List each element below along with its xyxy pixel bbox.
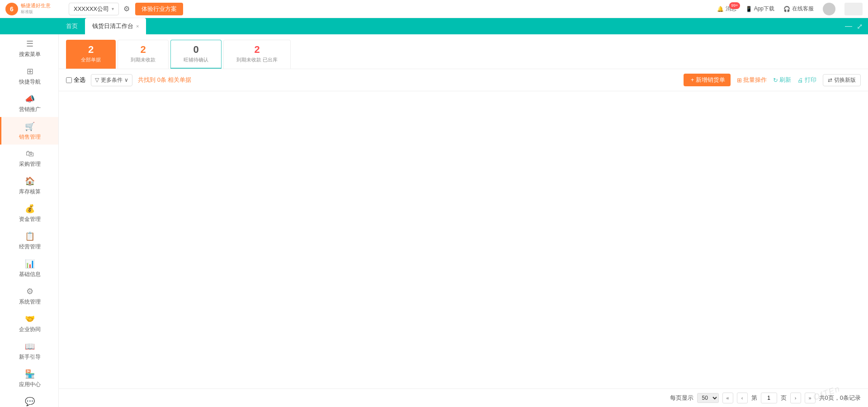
- wechat-icon: 💬: [25, 397, 35, 407]
- per-page-select[interactable]: 50: [697, 393, 719, 403]
- sidebar-item-operations[interactable]: 📋 经营管理: [0, 227, 58, 254]
- minimize-icon[interactable]: —: [845, 22, 852, 30]
- stats-tab-wangfu[interactable]: 0 旺辅待确认: [170, 40, 222, 69]
- stats-all-label: 全部单据: [81, 56, 101, 63]
- filter-button[interactable]: ▽ 更多条件 ∨: [91, 74, 132, 86]
- header-right: 🔔 消息 99+ 📱 App下载 🎧 在线客服: [717, 3, 863, 15]
- maximize-icon[interactable]: ⤢: [857, 22, 863, 31]
- tab-money-daily[interactable]: 钱货日清工作台 ×: [85, 18, 146, 34]
- select-all-checkbox[interactable]: 全选: [66, 76, 85, 84]
- sidebar-item-collab[interactable]: 🤝 企业协同: [0, 309, 58, 337]
- found-suffix: 相关单据: [168, 76, 191, 83]
- refresh-icon: ↻: [773, 77, 778, 84]
- sidebar-label-inventory: 库存核算: [19, 188, 41, 196]
- headset-icon: 🎧: [783, 6, 790, 12]
- user-name[interactable]: [844, 3, 863, 15]
- sidebar-item-system[interactable]: ⚙ 系统管理: [0, 282, 58, 309]
- logo-text: 畅捷通好生意 标准版: [21, 3, 51, 14]
- select-all-input[interactable]: [66, 77, 72, 83]
- company-name: XXXXXX公司: [74, 5, 109, 13]
- sidebar-label-finance: 资金管理: [19, 215, 41, 223]
- basics-icon: 📊: [25, 259, 35, 269]
- print-icon: 🖨: [797, 77, 803, 84]
- page-number-input[interactable]: [761, 393, 777, 403]
- sidebar-item-sales[interactable]: 🛒 销售管理: [0, 117, 58, 145]
- stats-tabs: 2 全部单据 2 到期未收款 0 旺辅待确认 2 到期未收款 已出库: [59, 34, 868, 69]
- filter-label: 更多条件: [101, 76, 123, 84]
- tab-window-actions: — ⤢: [845, 22, 868, 31]
- print-button[interactable]: 🖨 打印: [797, 76, 816, 84]
- app-download-button[interactable]: 📱 App下载: [745, 5, 774, 13]
- guide-icon: 📖: [25, 342, 35, 351]
- sidebar-label-basics: 基础信息: [19, 271, 41, 278]
- stats-tab-overdue-shipped[interactable]: 2 到期未收款 已出库: [223, 40, 291, 69]
- print-label: 打印: [805, 76, 816, 84]
- sidebar-item-wechat[interactable]: 💬 企业微信: [0, 392, 58, 407]
- logo-icon: 6: [5, 3, 18, 15]
- online-service-button[interactable]: 🎧 在线客服: [783, 5, 814, 13]
- settings-button[interactable]: ⚙: [123, 5, 130, 13]
- stats-tab-all[interactable]: 2 全部单据: [66, 40, 116, 69]
- company-selector[interactable]: XXXXXX公司 ▾: [69, 3, 119, 15]
- messages-button[interactable]: 🔔 消息 99+: [717, 5, 736, 13]
- sales-icon: 🛒: [25, 122, 35, 131]
- sidebar-label-operations: 经营管理: [19, 243, 41, 251]
- switch-version-button[interactable]: ⇄ 切换新版: [823, 74, 861, 86]
- sidebar-item-finance[interactable]: 💰 资金管理: [0, 199, 58, 227]
- tab-close-icon[interactable]: ×: [136, 23, 139, 29]
- stats-wangfu-count: 0: [193, 44, 198, 56]
- sidebar-item-quick-nav[interactable]: ⊞ 快捷导航: [0, 62, 58, 89]
- prev-page-button[interactable]: ‹: [737, 393, 748, 403]
- sidebar-item-inventory[interactable]: 🏠 库存核算: [0, 172, 58, 199]
- trial-button[interactable]: 体验行业方案: [135, 3, 183, 15]
- download-icon: 📱: [745, 6, 752, 12]
- bell-icon: 🔔: [717, 6, 724, 12]
- total-info: 共0页，0条记录: [819, 394, 861, 402]
- select-all-label: 全选: [74, 76, 85, 84]
- pagination: 每页显示 50 « ‹ 第 页 › » 共0页，0条记录: [59, 388, 868, 407]
- sidebar-label-purchase: 采购管理: [19, 160, 41, 168]
- switch-version-label: 切换新版: [834, 76, 856, 84]
- sidebar-item-app-center[interactable]: 🏪 应用中心: [0, 365, 58, 392]
- stats-overdue-label: 到期未收款: [131, 56, 156, 63]
- sidebar-item-basics[interactable]: 📊 基础信息: [0, 254, 58, 282]
- purchase-icon: 🛍: [26, 149, 34, 159]
- switch-icon: ⇄: [828, 77, 832, 83]
- new-sale-button[interactable]: + 新增销货单: [684, 74, 731, 86]
- sidebar: ☰ 搜索菜单 ⊞ 快捷导航 📣 营销推广 🛒 销售管理 🛍 采购管理 🏠 库存核…: [0, 34, 59, 407]
- sidebar-item-purchase[interactable]: 🛍 采购管理: [0, 145, 58, 172]
- online-service-label: 在线客服: [792, 5, 814, 13]
- sidebar-label-sales: 销售管理: [19, 133, 41, 141]
- new-sale-label: + 新增销货单: [691, 76, 725, 84]
- batch-ops-button[interactable]: ⊞ 批量操作: [737, 76, 767, 84]
- stats-tab-overdue[interactable]: 2 到期未收款: [118, 40, 169, 69]
- refresh-button[interactable]: ↻ 刷新: [773, 76, 791, 84]
- batch-ops-label: 批量操作: [743, 76, 767, 84]
- app-center-icon: 🏪: [25, 369, 35, 379]
- inventory-icon: 🏠: [25, 176, 35, 186]
- filter-icon: ▽: [95, 77, 99, 83]
- last-page-button[interactable]: »: [805, 393, 816, 403]
- first-page-button[interactable]: «: [722, 393, 733, 403]
- toolbar-right: + 新增销货单 ⊞ 批量操作 ↻ 刷新 🖨 打印 ⇄ 切换新版: [684, 74, 861, 86]
- sidebar-label-quick-nav: 快捷导航: [19, 78, 41, 86]
- company-dropdown-arrow: ▾: [112, 6, 114, 11]
- sidebar-label-guide: 新手引导: [19, 353, 41, 361]
- system-icon: ⚙: [26, 286, 33, 296]
- tab-home[interactable]: 首页: [59, 18, 85, 34]
- refresh-label: 刷新: [779, 76, 791, 84]
- sidebar-label-search: 搜索菜单: [19, 51, 41, 58]
- sidebar-item-marketing[interactable]: 📣 营销推广: [0, 89, 58, 117]
- avatar[interactable]: [823, 3, 835, 15]
- next-page-button[interactable]: ›: [790, 393, 801, 403]
- found-prefix: 共找到: [138, 76, 156, 83]
- stats-all-count: 2: [88, 44, 94, 56]
- search-menu-icon: ☰: [26, 39, 33, 49]
- stats-overdue-count: 2: [140, 44, 146, 56]
- stats-wangfu-label: 旺辅待确认: [184, 56, 208, 63]
- page-label: 第: [751, 394, 757, 402]
- filter-arrow: ∨: [124, 77, 128, 83]
- sidebar-item-search[interactable]: ☰ 搜索菜单: [0, 34, 58, 62]
- messages-badge: 99+: [729, 2, 740, 9]
- sidebar-item-guide[interactable]: 📖 新手引导: [0, 337, 58, 365]
